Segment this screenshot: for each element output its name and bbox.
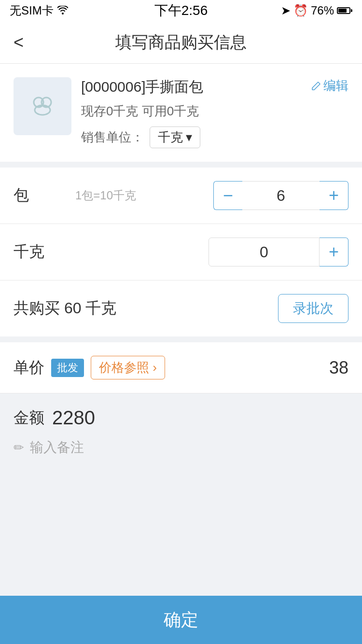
location-icon: ➤ [281, 4, 291, 17]
product-info: [0000006]手撕面包 编辑 现存0千克 可用0千克 销售单位： 千克 ▾ [81, 77, 348, 148]
back-button[interactable]: < [14, 32, 24, 53]
kg-row: 千克 + [0, 224, 362, 280]
amount-section: 金额 2280 ✏ 输入备注 [0, 393, 362, 470]
package-sublabel: 1包=10千克 [75, 188, 213, 203]
kg-increment-button[interactable]: + [320, 238, 348, 266]
svg-point-2 [35, 105, 50, 115]
confirm-button[interactable]: 确定 [0, 596, 362, 644]
content-area [0, 470, 362, 615]
alarm-icon: ⏰ [293, 4, 308, 17]
price-ref-button[interactable]: 价格参照 › [91, 356, 165, 379]
package-increment-button[interactable]: + [320, 181, 348, 210]
product-image [14, 77, 71, 135]
amount-row: 金额 2280 [14, 407, 348, 429]
price-row: 单价 批发 价格参照 › 38 [14, 356, 348, 379]
package-row: 包 1包=10千克 − + [0, 168, 362, 224]
wifi-icon [57, 4, 68, 17]
chevron-down-icon: ▾ [186, 130, 192, 145]
battery-icon [337, 7, 352, 14]
status-left: 无SIM卡 [10, 3, 68, 18]
unit-label: 销售单位： [81, 129, 144, 146]
package-qty-input[interactable] [242, 181, 320, 210]
status-time: 下午2:56 [154, 1, 208, 20]
price-section: 单价 批发 价格参照 › 38 [0, 342, 362, 393]
product-name: [0000006]手撕面包 [81, 77, 311, 97]
package-label: 包 [14, 185, 71, 206]
batch-button[interactable]: 录批次 [278, 294, 348, 323]
package-qty-control: − + [213, 181, 348, 210]
product-stock: 现存0千克 可用0千克 [81, 103, 348, 120]
status-right: ➤ ⏰ 76% [281, 4, 352, 17]
remark-row[interactable]: ✏ 输入备注 [14, 438, 348, 457]
product-card: [0000006]手撕面包 编辑 现存0千克 可用0千克 销售单位： 千克 ▾ [0, 64, 362, 168]
package-decrement-button[interactable]: − [213, 181, 242, 210]
total-row: 共购买 60 千克 录批次 [0, 280, 362, 342]
product-name-row: [0000006]手撕面包 编辑 [81, 77, 348, 97]
status-bar: 无SIM卡 下午2:56 ➤ ⏰ 76% [0, 0, 362, 21]
kg-label: 千克 [14, 241, 71, 263]
product-unit-row: 销售单位： 千克 ▾ [81, 126, 348, 148]
input-section: 包 1包=10千克 − + 千克 + [0, 168, 362, 280]
battery-percentage: 76% [311, 4, 334, 17]
remark-icon: ✏ [14, 440, 24, 455]
price-label: 单价 [14, 357, 44, 378]
unit-select[interactable]: 千克 ▾ [150, 126, 200, 148]
kg-qty-input[interactable] [209, 238, 320, 266]
nav-bar: < 填写商品购买信息 [0, 21, 362, 64]
carrier-label: 无SIM卡 [10, 3, 54, 18]
kg-qty-control: + [209, 238, 348, 266]
price-value: 38 [329, 358, 348, 378]
remark-placeholder: 输入备注 [30, 438, 84, 457]
price-left: 单价 批发 价格参照 › [14, 356, 165, 379]
total-text: 共购买 60 千克 [14, 298, 116, 319]
page-title: 填写商品购买信息 [115, 31, 247, 54]
amount-value: 2280 [52, 407, 95, 429]
amount-label: 金额 [14, 407, 44, 429]
price-tag: 批发 [51, 359, 84, 377]
edit-button[interactable]: 编辑 [311, 77, 348, 94]
